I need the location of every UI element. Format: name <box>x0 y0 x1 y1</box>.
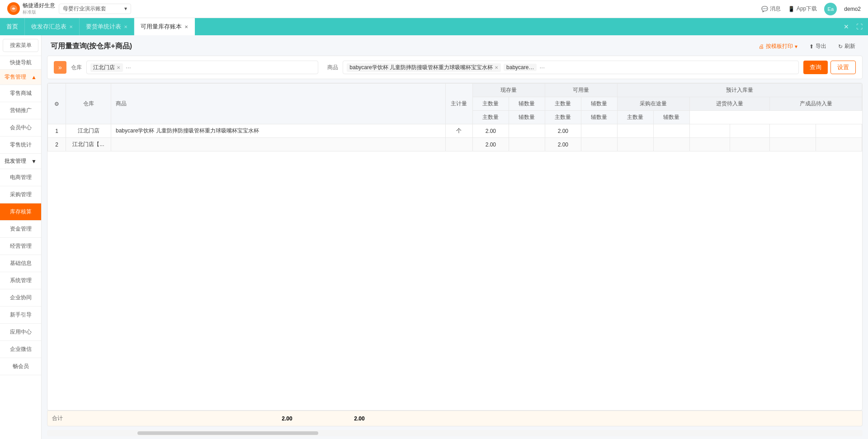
warehouse-filter-more-icon[interactable]: ··· <box>126 64 131 71</box>
sidebar-item-operation-mgmt[interactable]: 经营管理 <box>0 238 41 255</box>
sidebar-item-marketing[interactable]: 营销推广 <box>0 102 41 119</box>
sidebar-item-purchase-mgmt[interactable]: 采购管理 <box>0 186 41 203</box>
filter-toggle-icon: » <box>58 64 62 71</box>
nav-close-all-icon[interactable]: ✕ <box>842 21 851 32</box>
warehouse-tag-text: 江北门店 <box>93 64 115 71</box>
query-button[interactable]: 查询 <box>803 61 828 74</box>
sidebar-item-new-guide[interactable]: 新手引导 <box>0 307 41 324</box>
content-area: 可用量查询(按仓库+商品) 🖨 按模板打印 ▾ ⬆ 导出 ↻ 刷新 <box>42 35 868 439</box>
data-table: ⚙ 仓库 商品 主计量 现存量 可用量 预计入库量 主数量 辅数量 主数量 辅数… <box>47 83 862 151</box>
sidebar-item-wholesale-mgmt[interactable]: 批发管理 ▼ <box>0 154 41 169</box>
print-arrow-icon: ▾ <box>795 43 797 50</box>
sidebar-inventory-label: 库存核算 <box>10 208 32 216</box>
message-label: 消息 <box>770 5 781 13</box>
sidebar-item-finance-mgmt[interactable]: 资金管理 <box>0 221 41 238</box>
cell-pur-pending-aux <box>730 124 770 138</box>
th-pur-transit-aux: 辅数量 <box>509 111 545 124</box>
th-current-aux-qty: 辅数量 <box>509 97 545 111</box>
product-filter-more-icon[interactable]: ··· <box>539 64 545 71</box>
logo-sub-text: 标准版 <box>23 9 55 15</box>
tab-available-label: 可用量库存账本 <box>141 23 182 31</box>
app-download-action[interactable]: 📱 App下载 <box>788 5 817 13</box>
page-actions: 🖨 按模板打印 ▾ ⬆ 导出 ↻ 刷新 <box>755 41 859 52</box>
warehouse-filter-label: 仓库 <box>71 64 82 71</box>
footer-current-main: 2.00 <box>269 415 305 422</box>
nav-expand-icon[interactable]: ⛶ <box>854 21 864 32</box>
sidebar-system-label: 系统管理 <box>10 277 32 284</box>
horizontal-scrollbar[interactable] <box>47 430 863 436</box>
sidebar-search-section: 搜索菜单 <box>0 35 41 56</box>
th-product: 商品 <box>111 84 446 124</box>
sidebar: 搜索菜单 快捷导航 零售管理 ▲ 零售商城 营销推广 会员中心 零售统计 批发管… <box>0 35 42 439</box>
product-tag-remove-icon[interactable]: ✕ <box>495 65 498 70</box>
cell-current-aux <box>509 124 545 138</box>
sidebar-enterprise-label: 企业协同 <box>10 294 32 302</box>
refresh-icon: ↻ <box>838 43 843 50</box>
cell-group-prod-pending-main <box>770 138 816 151</box>
th-prod-pending-main: 主数量 <box>617 111 653 124</box>
th-settings-icon[interactable]: ⚙ <box>48 84 66 124</box>
sidebar-item-quick-nav[interactable]: 快捷导航 <box>0 56 41 70</box>
top-bar: 畅捷通好生意 标准版 母婴行业演示账套 ▾ 💬 消息 📱 App下载 Ea de… <box>0 0 868 18</box>
cell-current-main: 2.00 <box>472 124 509 138</box>
sidebar-item-basic-info[interactable]: 基础信息 <box>0 255 41 272</box>
logo: 畅捷通好生意 标准版 <box>7 2 55 15</box>
nav-tabs-right: ✕ ⛶ <box>838 18 868 35</box>
th-main-unit: 主计量 <box>445 84 472 124</box>
cell-group-product <box>111 138 446 151</box>
message-action[interactable]: 💬 消息 <box>761 5 781 13</box>
export-icon: ⬆ <box>809 43 814 50</box>
tab-order-stats[interactable]: 要货单统计表 ✕ <box>80 18 134 35</box>
search-menu-button[interactable]: 搜索菜单 <box>3 39 38 52</box>
sidebar-item-vip-member[interactable]: 畅会员 <box>0 358 41 375</box>
table-row: 1 江北门店 babycare学饮杯 儿童防摔防撞吸管杯重力球吸嘴杯宝宝水杯 个… <box>48 124 862 138</box>
logo-main-text: 畅捷通好生意 <box>23 2 55 9</box>
product-tag-babycare2: babycare… <box>504 64 537 71</box>
sidebar-item-app-center[interactable]: 应用中心 <box>0 324 41 341</box>
cell-group-pur-transit-aux <box>653 138 689 151</box>
warehouse-filter-tags[interactable]: 江北门店 ✕ ··· <box>86 61 318 74</box>
refresh-button[interactable]: ↻ 刷新 <box>835 41 859 52</box>
footer-label: 合计 <box>52 415 106 422</box>
product-filter-tags[interactable]: babycare学饮杯 儿童防摔防撞吸管杯重力球吸嘴杯宝宝水杯 ✕ babyca… <box>343 61 799 74</box>
th-available-main-qty: 主数量 <box>545 97 581 111</box>
setting-button[interactable]: 设置 <box>830 61 856 74</box>
industry-label: 母婴行业演示账套 <box>63 5 106 13</box>
sidebar-item-retail-mgmt[interactable]: 零售管理 ▲ <box>0 70 41 85</box>
sidebar-item-retail-shop[interactable]: 零售商城 <box>0 85 41 102</box>
avatar[interactable]: Ea <box>824 3 837 15</box>
filter-toggle-button[interactable]: » <box>54 61 66 74</box>
industry-selector[interactable]: 母婴行业演示账套 ▾ <box>59 4 131 14</box>
logo-text-block: 畅捷通好生意 标准版 <box>23 2 55 15</box>
cell-avail-main: 2.00 <box>545 124 581 138</box>
tab-receipt-summary[interactable]: 收发存汇总表 ✕ <box>25 18 80 35</box>
th-prod-pending-aux: 辅数量 <box>653 111 689 124</box>
tab-home[interactable]: 首页 <box>0 18 25 35</box>
sidebar-item-retail-stats[interactable]: 零售统计 <box>0 137 41 154</box>
product-tag-babycare: babycare学饮杯 儿童防摔防撞吸管杯重力球吸嘴杯宝宝水杯 ✕ <box>347 63 501 72</box>
th-pur-pending-aux: 辅数量 <box>581 111 617 124</box>
tab-receipt-close-icon[interactable]: ✕ <box>69 24 73 29</box>
sidebar-item-system-mgmt[interactable]: 系统管理 <box>0 272 41 289</box>
export-button[interactable]: ⬆ 导出 <box>806 41 830 52</box>
sidebar-item-enterprise-wechat[interactable]: 企业微信 <box>0 341 41 358</box>
th-pur-transit-main: 主数量 <box>472 111 509 124</box>
sidebar-item-inventory-check[interactable]: 库存核算 <box>0 203 41 221</box>
cell-warehouse: 江北门店 <box>66 124 111 138</box>
username[interactable]: demo2 <box>844 6 861 12</box>
warehouse-tag-jiangbei: 江北门店 ✕ <box>90 63 123 72</box>
scrollbar-thumb[interactable] <box>137 431 318 435</box>
sidebar-enterprise-wechat-label: 企业微信 <box>10 345 32 353</box>
template-print-button[interactable]: 🖨 按模板打印 ▾ <box>755 41 801 52</box>
sidebar-marketing-label: 营销推广 <box>10 107 32 114</box>
tab-available-close-icon[interactable]: ✕ <box>184 24 188 29</box>
sidebar-finance-label: 资金管理 <box>10 225 32 233</box>
warehouse-tag-remove-icon[interactable]: ✕ <box>117 65 120 70</box>
sidebar-item-enterprise-collab[interactable]: 企业协同 <box>0 289 41 307</box>
sidebar-item-ecommerce-mgmt[interactable]: 电商管理 <box>0 169 41 186</box>
sidebar-item-member-center[interactable]: 会员中心 <box>0 119 41 137</box>
tab-order-close-icon[interactable]: ✕ <box>124 24 127 29</box>
industry-chevron-icon: ▾ <box>124 5 127 12</box>
cell-group-warehouse: 江北门店【... <box>66 138 111 151</box>
tab-available-stock[interactable]: 可用量库存账本 ✕ <box>134 18 195 35</box>
